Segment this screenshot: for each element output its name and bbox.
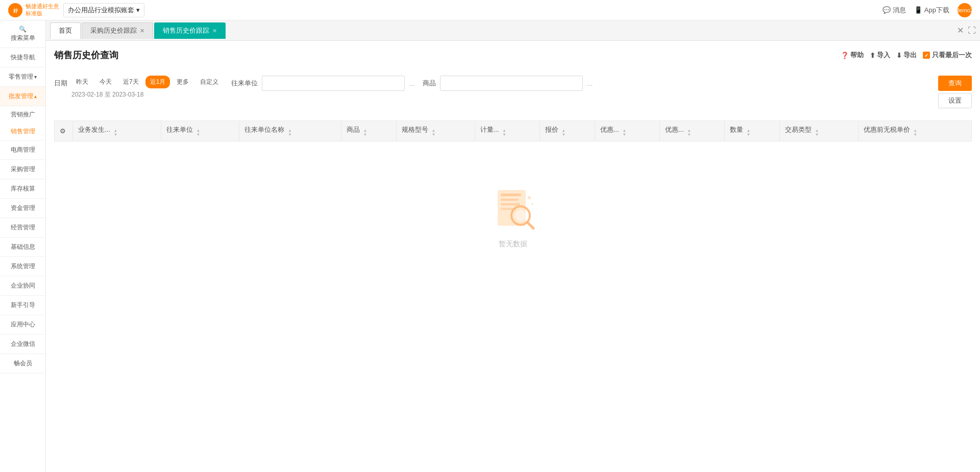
date-btn-yesterday[interactable]: 昨天 [71, 76, 93, 88]
date-range-display: 2023-02-18 至 2023-03-18 [71, 90, 223, 99]
date-btn-7days[interactable]: 近7天 [118, 76, 143, 88]
message-icon: 💬 [883, 6, 891, 14]
only-last-checkbox[interactable]: ✓ 只看最后一次 [923, 51, 972, 60]
help-icon: ❓ [841, 52, 849, 59]
partner-filter-group: 往来单位 ... [231, 76, 414, 91]
col-biz-date[interactable]: 业务发生... ▲▼ [73, 121, 161, 141]
product-filter-group: 商品 ... [423, 76, 593, 91]
col-pre-tax-price[interactable]: 优惠前无税单价 ▲▼ [858, 121, 971, 141]
sidebar-item-enterprise-wechat[interactable]: 企业微信 [0, 335, 45, 354]
sort-arrows-pre-tax-price: ▲▼ [913, 129, 917, 137]
sidebar-item-finance-mgmt[interactable]: 资金管理 [0, 199, 45, 218]
col-discount2[interactable]: 优惠... ▲▼ [659, 121, 724, 141]
logo-area: 好 畅捷通好生意 标准版 [8, 3, 59, 17]
col-settings[interactable]: ⚙ [55, 121, 73, 141]
sidebar-item-operations-mgmt[interactable]: 经营管理 [0, 218, 45, 238]
app-download-action[interactable]: 📱 App下载 [914, 6, 949, 15]
product-dots[interactable]: ... [587, 80, 593, 87]
sidebar: 🔍 搜索菜单 快捷导航 零售管理 ▾ 批发管理 ▴ 营销推广 销售管理 电商管理… [0, 20, 46, 472]
tab-purchase-close[interactable]: ✕ [140, 28, 144, 34]
avatar: demo2 [958, 3, 972, 17]
svg-text:好: 好 [13, 8, 18, 13]
search-icon: 🔍 [19, 26, 27, 33]
app-selector[interactable]: 办公用品行业模拟账套 ▾ [63, 3, 144, 17]
partner-dots[interactable]: ... [409, 80, 414, 87]
sidebar-item-beginner-guide[interactable]: 新手引导 [0, 296, 45, 315]
tab-fullscreen[interactable]: ⛶ [968, 26, 976, 35]
sidebar-item-system-settings[interactable]: 系统管理 [0, 257, 45, 276]
help-label: 帮助 [850, 51, 864, 60]
col-partner-code[interactable]: 往来单位 ▲▼ [161, 121, 239, 141]
col-quote[interactable]: 报价 ▲▼ [540, 121, 595, 141]
page-content: 销售历史价查询 ❓ 帮助 ⬆ 导入 ⬇ 导出 ✓ [46, 41, 980, 472]
tab-close-all[interactable]: ✕ [957, 26, 964, 35]
logo-icon: 好 [8, 3, 22, 17]
partner-input-group: ... [262, 76, 414, 91]
app-download-label: App下载 [924, 6, 949, 15]
date-filter-group: 日期 昨天 今天 近7天 近1月 更多 自定义 2023-02-18 至 202… [54, 76, 223, 99]
help-button[interactable]: ❓ 帮助 [841, 51, 864, 60]
sidebar-item-basic-info[interactable]: 基础信息 [0, 238, 45, 257]
sidebar-item-marketing[interactable]: 营销推广 [0, 106, 45, 123]
col-qty[interactable]: 数量 ▲▼ [724, 121, 779, 141]
sort-arrows-unit: ▲▼ [502, 129, 506, 137]
logo-text: 畅捷通好生意 标准版 [26, 3, 59, 16]
partner-filter-label: 往来单位 [231, 76, 258, 88]
product-input-group: ... [440, 76, 593, 91]
sidebar-item-member-club[interactable]: 畅会员 [0, 354, 45, 373]
svg-rect-5 [501, 203, 520, 205]
col-unit[interactable]: 计量... ▲▼ [475, 121, 540, 141]
col-discount1[interactable]: 优惠... ▲▼ [595, 121, 659, 141]
col-spec[interactable]: 规格型号 ▲▼ [396, 121, 475, 141]
import-button[interactable]: ⬆ 导入 [870, 51, 890, 60]
export-button[interactable]: ⬇ 导出 [896, 51, 917, 60]
tab-sales-history[interactable]: 销售历史价跟踪 ✕ [154, 22, 226, 39]
svg-point-10 [528, 196, 531, 199]
sidebar-item-purchase-mgmt[interactable]: 采购管理 [0, 160, 45, 179]
date-buttons: 昨天 今天 近7天 近1月 更多 自定义 [71, 76, 223, 88]
sidebar-item-ecommerce-mgmt[interactable]: 电商管理 [0, 140, 45, 160]
product-input[interactable] [440, 76, 583, 91]
sidebar-item-inventory-calc[interactable]: 库存核算 [0, 179, 45, 199]
date-btn-today[interactable]: 今天 [95, 76, 116, 88]
sort-arrows-spec: ▲▼ [432, 129, 436, 137]
filter-settings-button[interactable]: 设置 [938, 93, 972, 108]
sidebar-sub-marketing: 营销推广 销售管理 [0, 106, 45, 140]
main-layout: 🔍 搜索菜单 快捷导航 零售管理 ▾ 批发管理 ▴ 营销推广 销售管理 电商管理… [0, 20, 980, 472]
col-product[interactable]: 商品 ▲▼ [341, 121, 396, 141]
col-trade-type[interactable]: 交易类型 ▲▼ [779, 121, 858, 141]
header-left: 好 畅捷通好生意 标准版 办公用品行业模拟账套 ▾ [8, 3, 144, 17]
date-btn-custom[interactable]: 自定义 [195, 76, 223, 88]
sidebar-item-enterprise-collab[interactable]: 企业协同 [0, 276, 45, 296]
tab-purchase-history[interactable]: 采购历史价跟踪 ✕ [82, 22, 153, 39]
message-label: 消息 [893, 6, 906, 15]
data-table: ⚙ 业务发生... ▲▼ 往来单位 ▲▼ 往来单位名称 ▲▼ [54, 121, 972, 141]
date-btn-1month[interactable]: 近1月 [145, 76, 170, 88]
tab-purchase-label: 采购历史价跟踪 [90, 26, 137, 35]
user-profile[interactable]: demo2 [958, 3, 972, 17]
sidebar-item-retail-mgmt[interactable]: 零售管理 ▾ [0, 67, 45, 87]
header-right: 💬 消息 📱 App下载 demo2 [883, 3, 972, 17]
sidebar-item-search-menu[interactable]: 🔍 搜索菜单 [0, 20, 45, 48]
date-btn-more[interactable]: 更多 [172, 76, 193, 88]
tab-sales-close[interactable]: ✕ [212, 28, 217, 34]
col-partner-name[interactable]: 往来单位名称 ▲▼ [239, 121, 341, 141]
page-title: 销售历史价查询 [54, 49, 118, 61]
username: demo2 [956, 7, 973, 13]
date-filter-options: 昨天 今天 近7天 近1月 更多 自定义 2023-02-18 至 2023-0… [71, 76, 223, 99]
content-area: 首页 采购历史价跟踪 ✕ 销售历史价跟踪 ✕ ✕ ⛶ 销售历史价查询 [46, 20, 980, 472]
sidebar-item-wholesale-mgmt[interactable]: 批发管理 ▴ [0, 87, 45, 106]
query-button[interactable]: 查询 [938, 76, 972, 91]
sidebar-item-sales-mgmt[interactable]: 销售管理 [0, 123, 45, 140]
sidebar-item-app-center[interactable]: 应用中心 [0, 315, 45, 335]
partner-input[interactable] [262, 76, 405, 91]
tab-home[interactable]: 首页 [50, 22, 81, 39]
sort-arrows-product: ▲▼ [363, 129, 367, 137]
sidebar-item-quick-nav[interactable]: 快捷导航 [0, 48, 45, 67]
empty-state: 暂无数据 [54, 141, 972, 290]
message-action[interactable]: 💬 消息 [883, 6, 906, 15]
sort-arrows-quote: ▲▼ [561, 129, 566, 137]
sort-arrows-partner-code: ▲▼ [196, 129, 200, 137]
export-label: 导出 [903, 51, 917, 60]
table-header: ⚙ 业务发生... ▲▼ 往来单位 ▲▼ 往来单位名称 ▲▼ [55, 121, 972, 141]
